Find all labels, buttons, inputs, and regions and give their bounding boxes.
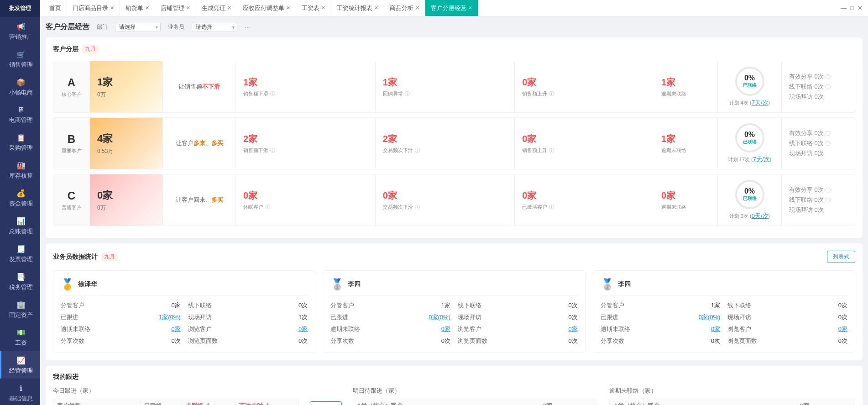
tab-close-sales-order[interactable]: ✕ — [145, 5, 149, 11]
stat-count-a-2[interactable]: 0家 — [522, 76, 647, 89]
stat-count-b-2[interactable]: 0家 — [522, 133, 647, 145]
staff-medal-2: 🥈 — [601, 278, 614, 291]
tab-close-payroll-table[interactable]: ✕ — [321, 5, 325, 11]
staff-select[interactable]: 请选择 — [192, 22, 237, 32]
plan-link-c[interactable]: 0天/次 — [752, 212, 769, 219]
more-filter-btn[interactable]: ··· — [245, 23, 250, 31]
circle-status-c: 已联络 — [743, 195, 757, 202]
sidebar-item-tax[interactable]: 📑 税务管理 — [0, 267, 40, 295]
tab-store-manage[interactable]: 店铺管理 ✕ — [155, 0, 196, 16]
staff-link-2-5[interactable]: 0家 — [838, 325, 847, 333]
stat-count-b-1[interactable]: 2家 — [383, 133, 507, 145]
goto-follow-btn[interactable]: 去跟进 — [310, 401, 342, 405]
slogan-highlight-a: 不下滑 — [202, 83, 220, 90]
contact-count-b[interactable]: 1家 — [661, 133, 710, 145]
tab-close-receivable[interactable]: ✕ — [286, 5, 290, 11]
staff-link-1-4[interactable]: 0家 — [441, 325, 450, 333]
info-icon-a-1[interactable]: ⓘ — [405, 90, 410, 97]
sidebar-item-accounting[interactable]: 📊 总账管理 — [0, 211, 40, 239]
col-client-type-o: A类（核心）客户 — [610, 399, 796, 405]
tab-sales-order[interactable]: 销货单 ✕ — [120, 0, 155, 16]
stat-count-a-0[interactable]: 1家 — [243, 76, 368, 89]
tier-count-c: 0家 — [97, 189, 155, 202]
tab-close-product-analysis[interactable]: ✕ — [415, 5, 419, 11]
follow-tomorrow-block: 明日待跟进（家） A类（核心）客户 0家 — [353, 387, 599, 405]
sidebar-item-ecom[interactable]: 🖥 电商管理 — [0, 100, 40, 128]
tier-circle-a: 0% 已联络 计划 4次 (7天/次) — [718, 61, 782, 112]
sidebar-item-management[interactable]: 📈 经营管理 — [0, 351, 40, 379]
staff-link-2-2[interactable]: 0家(0%) — [699, 313, 721, 321]
circle-a: 0% 已联络 — [735, 67, 764, 96]
meta-info-c-0[interactable]: ⓘ — [826, 187, 831, 194]
follow-grid: 今日跟进（家） 客户类型 已联络 未联络 ⚠ 下次去时 ⚠ — [53, 387, 855, 405]
stat-count-c-1[interactable]: 0家 — [383, 189, 507, 202]
tab-minimize-icon[interactable]: — — [841, 5, 847, 11]
sales-icon: 🛒 — [3, 50, 38, 59]
staff-medal-1: 🥈 — [330, 278, 344, 291]
stat-count-c-2[interactable]: 0家 — [522, 189, 647, 202]
tab-close-store-manage[interactable]: ✕ — [186, 5, 190, 11]
tab-close-voucher[interactable]: ✕ — [227, 5, 231, 11]
staff-link-1-5[interactable]: 0家 — [568, 325, 577, 333]
info-icon-b-0[interactable]: ⓘ — [270, 147, 275, 154]
tab-maximize-icon[interactable]: □ — [850, 5, 854, 11]
tab-product-analysis[interactable]: 商品分析 ✕ — [384, 0, 425, 16]
info-icon-a-2[interactable]: ⓘ — [549, 90, 554, 97]
sidebar-item-marketing[interactable]: 📢 营销推广 — [0, 17, 40, 45]
staff-link-0-5[interactable]: 0家 — [298, 325, 308, 333]
staff-link-2-4[interactable]: 0家 — [711, 325, 720, 333]
tab-receivable[interactable]: 应收应付调整单 ✕ — [237, 0, 296, 16]
list-view-btn[interactable]: 列表式 — [827, 251, 855, 263]
dept-select[interactable]: 请选择 — [115, 22, 161, 32]
tab-voucher[interactable]: 生成凭证 ✕ — [196, 0, 237, 16]
info-icon-c-1[interactable]: ⓘ — [415, 204, 420, 210]
tab-payroll-report[interactable]: 工资统计报表 ✕ — [331, 0, 384, 16]
plan-link-a[interactable]: 7天/次 — [752, 99, 769, 106]
sidebar-logo[interactable]: 批发管理 — [0, 0, 40, 17]
stat-count-a-1[interactable]: 1家 — [383, 76, 507, 89]
sidebar-item-payroll[interactable]: 💵 工资 — [0, 323, 40, 351]
sidebar-item-small-ecom[interactable]: 📦 小畅电商 — [0, 73, 40, 100]
meta-info-a-0[interactable]: ⓘ — [826, 74, 831, 80]
tab-close-all-icon[interactable]: ✕ — [858, 5, 863, 11]
info-icon-b-1[interactable]: ⓘ — [415, 147, 420, 154]
staff-header-1: 🥈 李四 — [330, 278, 577, 296]
staff-link-0-2[interactable]: 1家(0%) — [159, 313, 181, 321]
stat-label-a-0: 销售额下滑 ⓘ — [243, 90, 368, 97]
tab-close-store-products[interactable]: ✕ — [110, 5, 114, 11]
meta-info-c-1[interactable]: ⓘ — [826, 197, 831, 204]
sidebar-item-sales[interactable]: 🛒 销售管理 — [0, 45, 40, 73]
info-icon-b-2[interactable]: ⓘ — [549, 147, 554, 154]
sidebar-item-invoice[interactable]: 🧾 发票管理 — [0, 239, 40, 267]
stat-count-c-0[interactable]: 0家 — [243, 189, 368, 202]
follow-tomorrow-table: A类（核心）客户 0家 — [353, 399, 599, 405]
staff-stat-2-4: 逾期未联络 0家 — [601, 325, 721, 333]
tier-row-a: A 核心客户 1家 0万 让销售额不下滑 1家 销售额下滑 ⓘ 1家 — [53, 61, 855, 113]
staff-stat-2-7: 浏览页面数 0次 — [727, 337, 847, 345]
staff-label: 业务员 — [168, 23, 184, 31]
plan-link-b[interactable]: 7天/次 — [753, 156, 770, 163]
info-icon-c-0[interactable]: ⓘ — [265, 204, 270, 210]
tab-close-payroll-report[interactable]: ✕ — [374, 5, 378, 11]
contact-count-a[interactable]: 1家 — [661, 76, 710, 89]
staff-link-0-4[interactable]: 0家 — [171, 325, 180, 333]
meta-info-a-1[interactable]: ⓘ — [826, 84, 831, 90]
stat-count-b-0[interactable]: 2家 — [243, 133, 368, 145]
sidebar-item-assets[interactable]: 🏢 固定资产 — [0, 295, 40, 323]
info-icon-a-0[interactable]: ⓘ — [270, 90, 275, 97]
tab-close-customer-tier[interactable]: ✕ — [468, 5, 472, 11]
sidebar-item-inventory[interactable]: 🏭 库存核算 — [0, 156, 40, 184]
tab-customer-tier[interactable]: 客户分层经营 ✕ — [425, 0, 478, 16]
contact-count-c[interactable]: 0家 — [661, 189, 710, 202]
tab-home[interactable]: 首页 — [44, 0, 67, 16]
staff-link-1-2[interactable]: 0家(0%) — [429, 313, 450, 321]
info-icon-c-2[interactable]: ⓘ — [549, 204, 554, 210]
tab-store-products[interactable]: 门店商品目录 ✕ — [67, 0, 120, 16]
sidebar-item-purchase[interactable]: 📋 采购管理 — [0, 128, 40, 156]
tab-payroll-table[interactable]: 工资表 ✕ — [296, 0, 331, 16]
customer-tier-section: 客户分层 九月 A 核心客户 1家 0万 让销售额不下滑 1家 — [46, 37, 863, 238]
sidebar-item-finance[interactable]: 💰 资金管理 — [0, 184, 40, 211]
sidebar-item-basic[interactable]: ℹ 基础信息 — [0, 379, 40, 405]
meta-info-b-1[interactable]: ⓘ — [826, 140, 831, 147]
meta-info-b-0[interactable]: ⓘ — [826, 130, 831, 137]
